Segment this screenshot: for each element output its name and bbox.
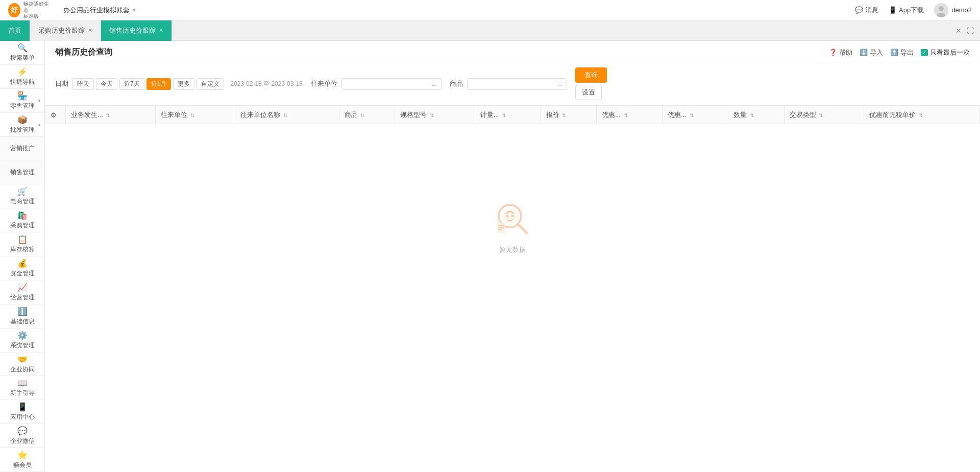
col-qty-sort: ⇅ [750, 112, 754, 118]
sidebar-item-finance[interactable]: 💰 资金管理 [0, 256, 44, 280]
business-mgmt-icon: 📈 [17, 282, 28, 292]
sidebar-item-quick-nav[interactable]: ⚡ 快捷导航 [0, 65, 44, 89]
new-guide-icon: 📖 [17, 378, 28, 388]
tab-purchase-history[interactable]: 采购历史价跟踪 ✕ [30, 20, 101, 41]
app-download-button[interactable]: 📱 App下载 [889, 6, 924, 15]
search-button[interactable]: 查询 [575, 67, 607, 83]
sidebar-item-marketing[interactable]: 营销推广 [0, 137, 44, 161]
quick-nav-icon: ⚡ [17, 67, 28, 77]
col-goods[interactable]: 商品 ⇅ [339, 106, 395, 124]
sidebar-item-enterprise-collab[interactable]: 🤝 企业协同 [0, 352, 44, 376]
sidebar-item-app-center[interactable]: 📱 应用中心 [0, 400, 44, 424]
col-discount2[interactable]: 优惠... ⇅ [663, 106, 728, 124]
col-spec[interactable]: 规格型号 ⇅ [395, 106, 475, 124]
workspace-selector[interactable]: 办公用品行业模拟账套 ▼ [63, 6, 137, 15]
goods-filter-label: 商品 [450, 79, 463, 88]
col-trade-type[interactable]: 交易类型 ⇅ [784, 106, 864, 124]
sidebar-item-vip-member[interactable]: ⭐ 畅会员 [0, 448, 44, 472]
col-quote[interactable]: 报价 ⇅ [541, 106, 596, 124]
date-btn-custom[interactable]: 自定义 [197, 78, 224, 90]
workspace-dropdown-icon: ▼ [132, 7, 137, 13]
tab-bar: 首页 采购历史价跟踪 ✕ 销售历史价跟踪 ✕ ✕ ⛶ [0, 20, 980, 41]
date-btn-yesterday[interactable]: 昨天 [72, 78, 94, 90]
filter-bar: 日期 昨天 今天 近7天 近1月 更多 自定义 2023-02-18 至 202… [45, 62, 980, 106]
col-unit[interactable]: 计量... ⇅ [475, 106, 541, 124]
top-bar-left: 好 畅捷通好生意 标准版 办公用品行业模拟账套 ▼ [8, 1, 137, 19]
only-last-checkbox-group[interactable]: ✓ 只看最后一次 [921, 48, 970, 57]
date-buttons: 昨天 今天 近7天 近1月 更多 自定义 [72, 78, 224, 90]
help-label: 帮助 [839, 48, 852, 57]
sidebar-item-search-menu[interactable]: 🔍 搜索菜单 [0, 41, 44, 65]
col-discount1-sort: ⇅ [624, 112, 628, 118]
tab-home[interactable]: 首页 [0, 20, 30, 41]
col-qty[interactable]: 数量 ⇅ [728, 106, 784, 124]
sidebar-item-retail-mgmt[interactable]: 🏪 零售管理 [0, 89, 44, 113]
only-last-checkbox[interactable]: ✓ [921, 49, 928, 56]
import-button[interactable]: ⬇️ 导入 [860, 48, 883, 57]
date-btn-last7[interactable]: 近7天 [119, 78, 144, 90]
only-last-label: 只看最后一次 [930, 48, 970, 57]
table-header-row: ⚙ 业务发生... ⇅ 往来单位 ⇅ 往来单位名称 ⇅ [45, 106, 980, 124]
tab-purchase-history-close[interactable]: ✕ [88, 27, 92, 34]
date-btn-last1month[interactable]: 近1月 [146, 78, 172, 90]
col-biz-date-sort: ⇅ [106, 112, 110, 118]
tab-sales-history-close[interactable]: ✕ [159, 27, 163, 34]
col-party-code[interactable]: 往来单位 ⇅ [155, 106, 235, 124]
settings-button[interactable]: 设置 [575, 85, 602, 100]
sidebar-item-basic-info[interactable]: ℹ️ 基础信息 [0, 304, 44, 328]
party-filter-group: 往来单位 ... [311, 78, 442, 90]
vip-member-icon: ⭐ [17, 450, 28, 460]
col-party-name[interactable]: 往来单位名称 ⇅ [235, 106, 339, 124]
sidebar-item-purchase-mgmt[interactable]: 🛍️ 采购管理 [0, 208, 44, 232]
goods-input-wrapper[interactable]: ... [467, 78, 567, 90]
sidebar-item-purchase-mgmt-label: 采购管理 [10, 221, 35, 230]
sidebar-item-enterprise-wechat[interactable]: 💬 企业微信 [0, 424, 44, 448]
col-settings[interactable]: ⚙ [45, 106, 66, 124]
sidebar-item-business-mgmt[interactable]: 📈 经营管理 [0, 280, 44, 304]
party-input[interactable] [346, 80, 432, 88]
sidebar-item-enterprise-collab-label: 企业协同 [10, 365, 35, 374]
page-header: 销售历史价查询 ❓ 帮助 ⬇️ 导入 ⬆️ 导出 ✓ 只看最后一次 [45, 41, 980, 62]
col-spec-sort: ⇅ [430, 112, 434, 118]
col-biz-date[interactable]: 业务发生... ⇅ [66, 106, 156, 124]
goods-input-dots[interactable]: ... [557, 80, 562, 87]
top-bar: 好 畅捷通好生意 标准版 办公用品行业模拟账套 ▼ 💬 消息 📱 App下载 d… [0, 0, 980, 20]
workspace-name: 办公用品行业模拟账套 [63, 6, 130, 15]
app-tagline: 标准版 [23, 13, 49, 19]
system-mgmt-icon: ⚙️ [17, 331, 28, 340]
import-label: 导入 [870, 48, 883, 57]
sidebar-item-new-guide[interactable]: 📖 新手引导 [0, 376, 44, 400]
close-all-tabs-button[interactable]: ✕ [955, 27, 962, 35]
column-settings-icon[interactable]: ⚙ [51, 111, 57, 119]
svg-line-4 [518, 224, 527, 233]
sidebar-item-wholesale-mgmt[interactable]: 📦 批发管理 [0, 113, 44, 137]
sidebar-item-enterprise-wechat-label: 企业微信 [10, 437, 35, 445]
messages-button[interactable]: 💬 消息 [855, 6, 878, 15]
sidebar-item-finance-label: 资金管理 [10, 269, 35, 278]
tab-sales-history[interactable]: 销售历史价跟踪 ✕ [101, 20, 172, 41]
sidebar-item-system-mgmt[interactable]: ⚙️ 系统管理 [0, 328, 44, 352]
date-filter-label: 日期 [55, 79, 68, 88]
sidebar-item-sales-mgmt[interactable]: 销售管理 [0, 160, 44, 184]
ecommerce-mgmt-icon: 🛒 [17, 186, 28, 196]
sidebar-item-wholesale-mgmt-label: 批发管理 [10, 126, 35, 134]
col-discount1[interactable]: 优惠... ⇅ [597, 106, 663, 124]
tab-controls: ✕ ⛶ [949, 27, 980, 35]
expand-button[interactable]: ⛶ [967, 27, 974, 35]
date-btn-more[interactable]: 更多 [173, 78, 194, 90]
party-input-dots[interactable]: ... [432, 80, 437, 87]
sidebar-item-inventory[interactable]: 📋 库存核算 [0, 232, 44, 256]
export-button[interactable]: ⬆️ 导出 [890, 48, 914, 57]
logo-area: 好 畅捷通好生意 标准版 [8, 1, 49, 19]
svg-point-7 [511, 215, 513, 217]
help-button[interactable]: ❓ 帮助 [829, 48, 852, 57]
sidebar-item-ecommerce-mgmt[interactable]: 🛒 电商管理 [0, 184, 44, 208]
tab-purchase-history-label: 采购历史价跟踪 [38, 26, 85, 35]
date-btn-today[interactable]: 今天 [96, 78, 117, 90]
party-input-wrapper[interactable]: ... [341, 78, 442, 90]
user-area[interactable]: demo2 [934, 3, 972, 17]
sidebar-item-system-mgmt-label: 系统管理 [10, 341, 35, 350]
goods-input[interactable] [472, 80, 557, 88]
col-pretax-price[interactable]: 优惠前无税单价 ⇅ [864, 106, 980, 124]
date-range-display: 2023-02-18 至 2023-03-18 [230, 80, 302, 88]
